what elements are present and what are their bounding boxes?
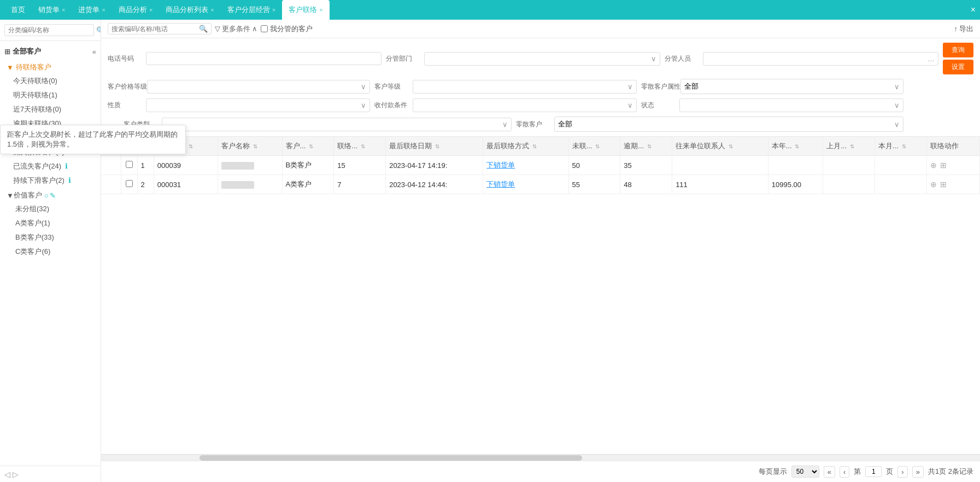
sidebar-item-b-class[interactable]: B类客户(33) <box>0 230 101 245</box>
retail-attr-select[interactable]: 全部 ∨ <box>680 79 903 94</box>
last-page-button[interactable]: » <box>912 466 924 478</box>
col-contact-person[interactable]: 往来单位联系人 ⇅ <box>672 137 768 156</box>
scroll-thumb[interactable] <box>199 455 582 461</box>
customer-search-input[interactable] <box>112 25 199 33</box>
customer-level-select[interactable]: ∨ <box>413 80 637 94</box>
col-name[interactable]: 客户名称 ⇅ <box>218 137 282 156</box>
horizontal-scrollbar[interactable] <box>101 454 980 461</box>
col-last-contact-method[interactable]: 最后联络方式 ⇅ <box>483 137 568 156</box>
col-no-contact[interactable]: 未联... ⇅ <box>568 137 620 156</box>
col-contact-count[interactable]: 联络... ⇅ <box>334 137 386 156</box>
sort-date-icon[interactable]: ⇅ <box>435 143 439 149</box>
col-this-month[interactable]: 本月... ⇅ <box>875 137 927 156</box>
collapse-icon[interactable]: « <box>92 48 96 56</box>
sidebar-item-ungrouped[interactable]: 未分组(32) <box>0 202 101 216</box>
row1-grid-icon[interactable]: ⊞ <box>940 161 947 170</box>
sort-overdue-icon[interactable]: ⇅ <box>647 143 652 149</box>
edit-icon[interactable]: ✎ <box>50 191 56 200</box>
sidebar-search-input[interactable] <box>4 24 94 36</box>
sidebar-expand-btn[interactable]: ◁ <box>4 470 10 479</box>
payment-select[interactable]: ∨ <box>413 98 637 112</box>
nav-product-analysis-list[interactable]: 商品分析列表 × <box>159 0 220 20</box>
sort-name-icon[interactable]: ⇅ <box>253 143 257 149</box>
more-conditions-btn[interactable]: ▽ 更多条件 ∧ <box>215 24 257 34</box>
my-customers-checkbox[interactable] <box>261 25 268 32</box>
edit-value-icon[interactable]: ○ <box>44 191 49 200</box>
col-overdue[interactable]: 逾期... ⇅ <box>620 137 672 156</box>
content-area: 🔍 ▽ 更多条件 ∧ 我分管的客户 ↑ 导出 电话号码 <box>101 20 980 482</box>
manager-select[interactable]: … <box>703 52 938 66</box>
nav-purchase-order-close[interactable]: × <box>102 7 105 13</box>
sidebar-item-tomorrow-contact[interactable]: 明天待联络(1) <box>0 88 101 102</box>
row2-grid-icon[interactable]: ⊞ <box>940 180 947 189</box>
sort-contact-icon[interactable]: ⇅ <box>361 143 365 149</box>
window-close-button[interactable]: × <box>971 5 976 15</box>
row1-last-contact-method[interactable]: 下销货单 <box>483 156 568 175</box>
nav-sales-order[interactable]: 销货单 × <box>32 0 72 20</box>
prev-page-button[interactable]: ‹ <box>840 466 849 478</box>
nav-customer-contact[interactable]: 客户联络 × <box>282 0 329 20</box>
next-page-button[interactable]: › <box>897 466 907 478</box>
row1-checkbox[interactable] <box>126 161 133 168</box>
tooltip-box: 距客户上次交易时长，超过了此客户的平均交易周期的1.5倍，则视为异常。 <box>0 125 186 154</box>
col-this-year[interactable]: 本年... ⇅ <box>768 137 823 156</box>
row1-last-month <box>823 156 875 175</box>
phone-input[interactable] <box>146 52 382 65</box>
sort-type-icon[interactable]: ⇅ <box>309 143 313 149</box>
col-last-contact-date[interactable]: 最后联络日期 ⇅ <box>386 137 483 156</box>
nav-customer-contact-close[interactable]: × <box>319 7 322 13</box>
row2-last-contact-method[interactable]: 下销货单 <box>483 175 568 194</box>
first-page-button[interactable]: « <box>824 466 835 478</box>
sort-no-contact-icon[interactable]: ⇅ <box>595 143 600 149</box>
col-type[interactable]: 客户... ⇅ <box>282 137 334 156</box>
nav-purchase-order[interactable]: 进货单 × <box>72 0 112 20</box>
sidebar-value-customer-section[interactable]: ▼ 价值客户 ○ ✎ <box>0 188 101 202</box>
nav-product-analysis-list-close[interactable]: × <box>210 7 214 13</box>
row2-checkbox[interactable] <box>126 180 133 187</box>
row2-link-icon[interactable]: ⊕ <box>930 180 937 189</box>
sidebar-all-customers[interactable]: ⊞ 全部客户 « <box>0 43 101 60</box>
sidebar-search-area: 🔍 <box>0 20 101 41</box>
sidebar-next-btn[interactable]: ▷ <box>13 470 19 479</box>
sidebar-item-declining[interactable]: 持续下滑客户(2) ℹ <box>0 173 101 188</box>
customer-search-icon[interactable]: 🔍 <box>199 25 208 33</box>
row1-action: ⊕ ⊞ <box>926 156 979 175</box>
gender-select[interactable]: ∨ <box>146 98 370 112</box>
payment-chevron-icon: ∨ <box>627 101 633 109</box>
sidebar-item-a-class[interactable]: A类客户(1) <box>0 216 101 230</box>
sort-year-icon[interactable]: ⇅ <box>795 143 799 149</box>
nav-home[interactable]: 首页 <box>4 0 32 20</box>
query-button[interactable]: 查询 <box>943 43 973 57</box>
col-last-month[interactable]: 上月... ⇅ <box>823 137 875 156</box>
settings-button[interactable]: 设置 <box>943 60 973 74</box>
sidebar-item-today-contact[interactable]: 今天待联络(0) <box>0 74 101 88</box>
export-button[interactable]: ↑ 导出 <box>954 24 974 34</box>
customer-type-select[interactable]: ∨ <box>162 118 511 131</box>
filter-icon: ▽ <box>215 25 220 33</box>
nav-customer-tier[interactable]: 客户分层经营 × <box>221 0 282 20</box>
sidebar-search-icon[interactable]: 🔍 <box>96 26 101 34</box>
row1-link-icon[interactable]: ⊕ <box>930 161 937 170</box>
sidebar-item-c-class[interactable]: C类客户(6) <box>0 245 101 259</box>
sidebar-pending-contact-section[interactable]: ▼ 待联络客户 <box>0 60 101 74</box>
page-number-input[interactable] <box>865 466 882 477</box>
sort-person-icon[interactable]: ⇅ <box>729 143 733 149</box>
nav-sales-order-close[interactable]: × <box>62 7 65 13</box>
dept-select[interactable]: ∨ <box>424 52 660 66</box>
retail-customer-select[interactable]: 全部 ∨ <box>554 117 903 132</box>
sort-this-month-icon[interactable]: ⇅ <box>902 143 906 149</box>
price-level-select[interactable]: ∨ <box>147 80 370 94</box>
sort-last-month-icon[interactable]: ⇅ <box>850 143 854 149</box>
retail-customer-field: 零散客户 全部 ∨ <box>516 117 903 132</box>
nav-customer-tier-close[interactable]: × <box>272 7 275 13</box>
sidebar-item-7days-contact[interactable]: 近7天待联络(0) <box>0 102 101 117</box>
filter-bar: 🔍 ▽ 更多条件 ∧ 我分管的客户 ↑ 导出 <box>101 20 980 38</box>
sort-method-icon[interactable]: ⇅ <box>532 143 537 149</box>
status-select[interactable]: ∨ <box>679 98 903 112</box>
page-size-select[interactable]: 50 20 100 <box>791 466 819 478</box>
sidebar-item-churned[interactable]: 已流失客户(24) ℹ <box>0 159 101 173</box>
sort-code-icon[interactable]: ⇅ <box>189 143 193 149</box>
row1-code: 000039 <box>154 156 218 175</box>
nav-product-analysis[interactable]: 商品分析 × <box>112 0 159 20</box>
nav-product-analysis-close[interactable]: × <box>149 7 152 13</box>
